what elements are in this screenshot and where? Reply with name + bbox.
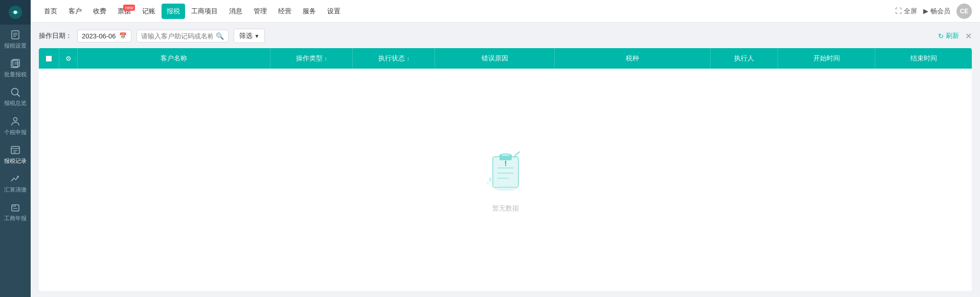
fullscreen-button[interactable]: ⛶ 全屏 [895, 7, 917, 16]
tax-summary-icon [9, 86, 21, 98]
nav-label: 消息 [229, 7, 242, 15]
sidebar-item-label: 报税设置 [4, 43, 27, 49]
svg-point-1 [14, 11, 17, 14]
filter-button[interactable]: 筛选 ▼ [234, 29, 265, 43]
nav-label: 首页 [44, 7, 57, 15]
sidebar-item-label: 汇算清缴 [4, 186, 27, 193]
th-tax-type: 税种 [555, 48, 711, 69]
filter-label: 筛选 [239, 31, 253, 40]
member-label: 畅会员 [930, 7, 950, 16]
video-icon: ▶ [923, 7, 928, 15]
close-button[interactable]: ✕ [965, 31, 972, 41]
nav-item-service[interactable]: 服务 [298, 4, 321, 19]
svg-point-30 [494, 186, 517, 191]
svg-point-29 [487, 182, 489, 185]
tax-settings-icon [9, 29, 21, 41]
table-body: ! 暂无数据 [39, 69, 972, 291]
sidebar-item-label: 批量报税 [4, 71, 27, 78]
nav-item-home[interactable]: 首页 [39, 4, 62, 19]
individual-tax-icon [9, 115, 21, 128]
fullscreen-icon: ⛶ [895, 7, 902, 15]
th-op-type[interactable]: 操作类型 ↕ [270, 48, 353, 69]
sidebar: 报税设置 批量报税 报税总览 个税申报 [0, 0, 31, 297]
sidebar-item-batch-tax[interactable]: 批量报税 [2, 53, 29, 82]
nav-item-tax[interactable]: 报税 [162, 4, 185, 19]
nav-label: 设置 [327, 7, 340, 15]
search-icon: 🔍 [216, 32, 224, 40]
search-box: 🔍 [136, 30, 229, 43]
topnav: 首页客户收费票据new记账报税工商项目消息管理经营服务设置 ⛶ 全屏 ▶ 畅会员… [31, 0, 980, 23]
fullscreen-label: 全屏 [904, 7, 917, 16]
content-area: 操作日期： 2023-06-06 📅 🔍 筛选 ▼ ↻ 刷新 ✕ [31, 23, 980, 297]
tax-record-icon [9, 144, 21, 156]
sidebar-logo[interactable] [0, 0, 31, 25]
nav-item-bookkeeping[interactable]: 记账 [137, 4, 161, 19]
settlement-icon [9, 173, 21, 185]
th-ex-status[interactable]: 执行状态 ↕ [353, 48, 435, 69]
th-checkbox[interactable] [39, 48, 59, 69]
chevron-down-icon: ▼ [255, 33, 260, 39]
nav-item-manage[interactable]: 管理 [248, 4, 272, 19]
refresh-icon: ↻ [938, 32, 944, 40]
refresh-button[interactable]: ↻ 刷新 [938, 31, 959, 40]
svg-text:!: ! [504, 159, 507, 167]
toolbar-right: ↻ 刷新 ✕ [938, 31, 972, 41]
empty-text: 暂无数据 [492, 204, 519, 213]
nav-item-billing[interactable]: 收费 [88, 4, 111, 19]
annual-report-icon [9, 201, 21, 214]
nav-item-operations[interactable]: 经营 [273, 4, 297, 19]
nav-label: 报税 [167, 7, 180, 15]
date-picker[interactable]: 2023-06-06 📅 [77, 30, 131, 43]
main-area: 首页客户收费票据new记账报税工商项目消息管理经营服务设置 ⛶ 全屏 ▶ 畅会员… [31, 0, 980, 297]
search-input[interactable] [141, 32, 213, 40]
th-executor: 执行人 [711, 48, 778, 69]
sort-icon: ↕ [325, 56, 327, 61]
nav-label: 管理 [254, 7, 267, 15]
sidebar-item-settlement[interactable]: 汇算清缴 [2, 168, 29, 197]
sidebar-item-tax-settings[interactable]: 报税设置 [2, 25, 29, 53]
settings-icon: ⚙ [65, 55, 72, 62]
nav-label: 收费 [93, 7, 106, 15]
svg-point-28 [489, 177, 492, 182]
nav-item-settings[interactable]: 设置 [322, 4, 346, 19]
date-value: 2023-06-06 [82, 32, 116, 40]
svg-rect-13 [11, 146, 19, 154]
date-label: 操作日期： [39, 31, 72, 40]
nav-item-customer[interactable]: 客户 [63, 4, 87, 19]
nav-label: 工商项目 [191, 7, 218, 15]
refresh-label: 刷新 [946, 31, 959, 40]
th-start-time: 开始时间 [778, 48, 875, 69]
sidebar-item-tax-summary[interactable]: 报税总览 [2, 82, 29, 111]
nav-item-invoice[interactable]: 票据new [112, 4, 136, 19]
th-customer-name: 客户名称 [78, 48, 270, 69]
topnav-right: ⛶ 全屏 ▶ 畅会员 CE [895, 4, 972, 19]
svg-rect-21 [502, 153, 510, 156]
member-button[interactable]: ▶ 畅会员 [923, 7, 950, 16]
nav-label: 经营 [278, 7, 291, 15]
sidebar-item-label: 报税记录 [4, 158, 27, 164]
nav-item-message[interactable]: 消息 [224, 4, 247, 19]
th-settings[interactable]: ⚙ [59, 48, 78, 69]
nav-label: 服务 [303, 7, 316, 15]
sidebar-item-annual-report[interactable]: 工商年报 [2, 197, 29, 226]
sidebar-item-label: 工商年报 [4, 215, 27, 222]
toolbar: 操作日期： 2023-06-06 📅 🔍 筛选 ▼ ↻ 刷新 ✕ [39, 29, 972, 43]
th-end-time: 结束时间 [875, 48, 972, 69]
sidebar-item-individual-tax[interactable]: 个税申报 [2, 111, 29, 140]
nav-label: 记账 [142, 7, 155, 15]
sidebar-item-label: 报税总览 [4, 100, 27, 107]
table-header: ⚙ 客户名称 操作类型 ↕ 执行状态 ↕ 错误原因 税种 [39, 48, 972, 69]
new-badge: new [123, 5, 135, 11]
nav-item-business[interactable]: 工商项目 [186, 4, 223, 19]
svg-point-12 [14, 117, 17, 121]
table-container: ⚙ 客户名称 操作类型 ↕ 执行状态 ↕ 错误原因 税种 [39, 48, 972, 291]
svg-line-11 [17, 94, 19, 96]
sidebar-item-label: 个税申报 [4, 129, 27, 136]
sort-icon: ↕ [407, 56, 409, 61]
select-all-checkbox[interactable] [45, 55, 52, 62]
user-avatar[interactable]: CE [956, 4, 972, 19]
nav-label: 客户 [69, 7, 82, 15]
calendar-icon: 📅 [119, 32, 127, 39]
sidebar-item-tax-record[interactable]: 报税记录 [2, 140, 29, 168]
empty-illustration: ! [480, 146, 531, 198]
